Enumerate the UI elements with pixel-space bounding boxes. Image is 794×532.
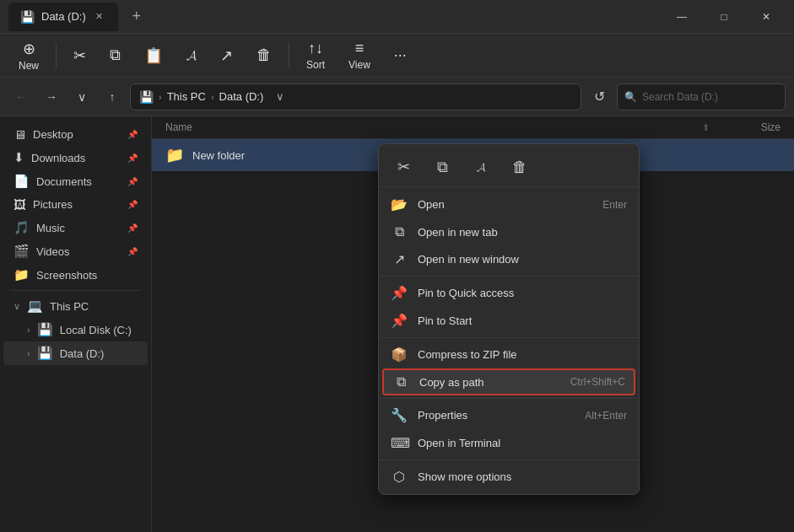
- folder-icon: 📁: [165, 146, 184, 164]
- maximize-button[interactable]: □: [705, 3, 743, 31]
- ctx-open-new-window-item[interactable]: ↗ Open in new window: [379, 245, 639, 273]
- chevron-icon-1: ›: [159, 92, 162, 102]
- sidebar-label-data-d: Data (D:): [60, 347, 105, 360]
- new-icon: ⊕: [23, 40, 35, 58]
- ctx-divider-1: [379, 276, 639, 277]
- more-icon: ···: [394, 46, 407, 64]
- sidebar-item-screenshots[interactable]: 📁 Screenshots: [3, 263, 148, 287]
- ctx-open-item[interactable]: 📂 Open Enter: [379, 191, 639, 218]
- terminal-icon: ⌨: [391, 435, 408, 451]
- ctx-copy-path-item[interactable]: ⧉ Copy as path Ctrl+Shift+C: [382, 368, 635, 395]
- pin-start-icon: 📌: [391, 313, 408, 329]
- close-window-button[interactable]: ✕: [747, 3, 786, 31]
- paste-button[interactable]: 📋: [134, 37, 173, 74]
- address-path[interactable]: 💾 › This PC › Data (D:) ∨: [130, 83, 581, 110]
- delete-button[interactable]: 🗑: [246, 37, 282, 74]
- sidebar-item-documents[interactable]: 📄 Documents 📌: [3, 169, 148, 193]
- sidebar-item-videos[interactable]: 🎬 Videos 📌: [3, 239, 148, 263]
- ctx-open-new-window-label: Open in new window: [418, 253, 627, 266]
- chevron-this-pc: ∨: [14, 301, 20, 312]
- ctx-delete-button[interactable]: 🗑: [505, 153, 534, 181]
- drive-icon: 💾: [20, 10, 35, 24]
- header-name: Name: [165, 121, 702, 133]
- chevron-local-c: ›: [27, 325, 30, 335]
- sort-button[interactable]: ↑↓ Sort: [296, 37, 335, 74]
- address-dropdown-button[interactable]: ∨: [268, 85, 292, 109]
- sidebar-label-music: Music: [36, 222, 65, 234]
- pin-icon-downloads: 📌: [127, 153, 138, 163]
- paste-icon: 📋: [144, 46, 163, 65]
- ctx-pin-quick-label: Pin to Quick access: [418, 287, 627, 299]
- close-tab-button[interactable]: ✕: [93, 10, 106, 24]
- search-icon: 🔍: [624, 91, 637, 103]
- more-button[interactable]: ···: [384, 37, 417, 74]
- path-this-pc: This PC: [167, 90, 206, 103]
- compress-icon: 📦: [391, 347, 408, 363]
- sidebar-label-documents: Documents: [36, 175, 92, 188]
- ctx-rename-button[interactable]: 𝓐: [467, 153, 495, 181]
- ctx-compress-item[interactable]: 📦 Compress to ZIP file: [379, 341, 639, 368]
- local-c-icon: 💾: [37, 322, 53, 337]
- tab-label: Data (D:): [41, 10, 86, 23]
- downloads-icon: ⬇: [14, 150, 24, 165]
- search-placeholder: Search Data (D:): [642, 91, 718, 103]
- refresh-button[interactable]: ↺: [586, 84, 612, 110]
- address-bar: ← → ∨ ↑ 💾 › This PC › Data (D:) ∨ ↺ 🔍 Se…: [0, 78, 794, 116]
- sort-indicator: ⬆: [702, 122, 710, 133]
- up-button[interactable]: ↑: [100, 84, 125, 110]
- share-button[interactable]: ↗: [210, 37, 243, 74]
- new-button[interactable]: ⊕ New: [8, 37, 49, 74]
- sidebar-label-screenshots: Screenshots: [36, 269, 97, 282]
- recent-locations-button[interactable]: ∨: [69, 84, 95, 110]
- sidebar-item-data-d[interactable]: › 💾 Data (D:): [3, 341, 148, 365]
- copy-path-icon: ⧉: [392, 374, 409, 390]
- desktop-icon: 🖥: [14, 127, 26, 142]
- pin-quick-icon: 📌: [391, 285, 408, 301]
- ctx-pin-quick-item[interactable]: 📌 Pin to Quick access: [379, 279, 639, 307]
- search-box[interactable]: 🔍 Search Data (D:): [617, 83, 786, 110]
- view-label: View: [348, 59, 370, 71]
- pin-icon-documents: 📌: [127, 177, 138, 186]
- pin-icon-desktop: 📌: [127, 130, 138, 139]
- ctx-show-more-item[interactable]: ⬡ Show more options: [379, 463, 639, 491]
- path-data-d: Data (D:): [219, 90, 264, 103]
- new-tab-button[interactable]: +: [125, 5, 149, 29]
- separator-1: [56, 43, 57, 68]
- ctx-open-label: Open: [418, 198, 592, 211]
- sort-label: Sort: [306, 59, 325, 71]
- rename-icon: 𝓐: [186, 48, 197, 63]
- back-button[interactable]: ←: [8, 84, 34, 110]
- cut-button[interactable]: ✂: [63, 37, 96, 74]
- sidebar-item-downloads[interactable]: ⬇ Downloads 📌: [3, 146, 148, 169]
- ctx-cut-button[interactable]: ✂: [389, 153, 418, 181]
- rename-button[interactable]: 𝓐: [176, 37, 207, 74]
- videos-icon: 🎬: [14, 244, 30, 259]
- data-d-icon: 💾: [37, 346, 53, 361]
- pin-icon-pictures: 📌: [127, 200, 138, 209]
- ctx-divider-4: [379, 459, 639, 460]
- chevron-data-d: ›: [27, 348, 30, 358]
- sidebar-label-videos: Videos: [36, 245, 70, 258]
- ctx-open-terminal-item[interactable]: ⌨ Open in Terminal: [379, 429, 639, 457]
- new-label: New: [19, 60, 39, 72]
- ctx-compress-label: Compress to ZIP file: [418, 348, 627, 361]
- copy-button[interactable]: ⧉: [100, 37, 131, 74]
- ctx-copy-button[interactable]: ⧉: [428, 153, 456, 181]
- view-button[interactable]: ≡ View: [338, 37, 381, 74]
- minimize-button[interactable]: —: [662, 3, 701, 31]
- sidebar-section-this-pc[interactable]: ∨ 💻 This PC: [3, 294, 148, 318]
- context-toolbar: ✂ ⧉ 𝓐 🗑: [379, 148, 639, 187]
- forward-button[interactable]: →: [39, 84, 64, 110]
- sidebar-item-desktop[interactable]: 🖥 Desktop 📌: [3, 123, 148, 146]
- ctx-properties-item[interactable]: 🔧 Properties Alt+Enter: [379, 401, 639, 429]
- this-pc-icon: 💻: [27, 298, 43, 314]
- ctx-copy-path-shortcut: Ctrl+Shift+C: [570, 376, 625, 388]
- ctx-open-terminal-label: Open in Terminal: [418, 437, 627, 449]
- header-size: Size: [713, 121, 780, 133]
- ctx-open-new-tab-item[interactable]: ⧉ Open in new tab: [379, 218, 639, 245]
- sidebar-item-local-c[interactable]: › 💾 Local Disk (C:): [3, 318, 148, 341]
- sidebar-item-pictures[interactable]: 🖼 Pictures 📌: [3, 193, 148, 216]
- active-tab[interactable]: 💾 Data (D:) ✕: [8, 3, 118, 31]
- sidebar-item-music[interactable]: 🎵 Music 📌: [3, 216, 148, 239]
- ctx-pin-start-item[interactable]: 📌 Pin to Start: [379, 307, 639, 335]
